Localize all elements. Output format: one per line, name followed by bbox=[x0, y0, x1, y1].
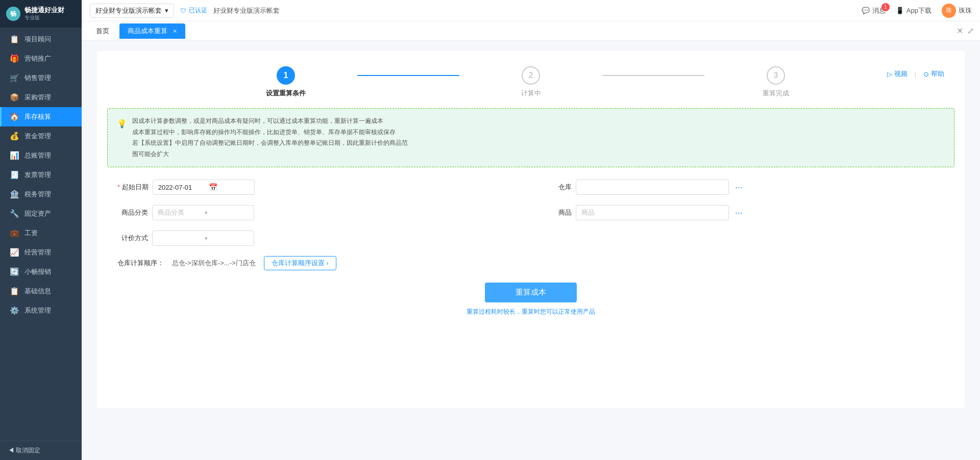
warehouse-input bbox=[576, 180, 729, 195]
product-field: 商品 商品 ··· bbox=[541, 205, 944, 220]
tab-home[interactable]: 首页 bbox=[88, 23, 117, 39]
user-avatar: 珠 bbox=[942, 4, 956, 18]
sidebar-unpin-btn[interactable]: ◀ 取消固定 bbox=[0, 441, 82, 460]
main-area: 好业财专业版演示帐套 ▾ 🛡 已认证 好业财专业版演示帐套 💬 消息 1 📱 A… bbox=[82, 0, 980, 460]
message-badge: 1 bbox=[881, 3, 890, 11]
submit-area: 重算成本 重算过程耗时较长，重算时您可以正常使用产品 bbox=[117, 283, 944, 316]
step-3: 3 重算完成 bbox=[704, 66, 847, 98]
calc-order-row: 仓库计算顺序： 总仓->深圳仓库->...->门店仓 仓库计算顺序设置 › bbox=[117, 256, 944, 270]
step-3-circle: 3 bbox=[767, 66, 785, 85]
sidebar-item-system[interactable]: ⚙️ 系统管理 bbox=[0, 301, 82, 320]
step-3-label: 重算完成 bbox=[763, 89, 789, 98]
message-icon: 💬 bbox=[862, 7, 870, 14]
assets-icon: 🔧 bbox=[10, 209, 19, 218]
sidebar-title-group: 畅捷通好业财 专业版 bbox=[24, 6, 64, 22]
sidebar-item-basic[interactable]: 📋 基础信息 bbox=[0, 282, 82, 301]
sidebar-item-sales[interactable]: 🛒 销售管理 bbox=[0, 68, 82, 88]
step-1-circle: 1 bbox=[277, 66, 295, 85]
sidebar-logo: 畅 bbox=[6, 7, 20, 21]
sidebar-item-finance[interactable]: 💰 资金管理 bbox=[0, 126, 82, 146]
tab-close-btn[interactable]: ✕ bbox=[173, 28, 177, 34]
form-area: 起始日期 2022-07-01 📅 仓库 ··· bbox=[97, 180, 965, 316]
sales-icon: 🛒 bbox=[10, 73, 19, 83]
form-row-3: 计价方式 ▾ bbox=[117, 231, 944, 246]
step-line-1 bbox=[357, 75, 459, 76]
pricing-label: 计价方式 bbox=[117, 234, 148, 243]
marketing-icon: 🎁 bbox=[10, 54, 19, 63]
tabs-bar: 首页 商品成本重算 ✕ ✕ ⤢ bbox=[82, 21, 980, 41]
step-1: 1 设置重算条件 bbox=[214, 66, 357, 98]
sidebar-item-project[interactable]: 📋 项目顾问 bbox=[0, 30, 82, 49]
help-btn[interactable]: ⊙ 帮助 bbox=[923, 69, 944, 79]
sidebar-item-purchase[interactable]: 📦 采购管理 bbox=[0, 88, 82, 107]
tab-recalc[interactable]: 商品成本重算 ✕ bbox=[119, 23, 185, 39]
sidebar-item-label: 税务管理 bbox=[24, 190, 51, 199]
sidebar-item-label: 发票管理 bbox=[24, 170, 51, 180]
calc-order-value: 总仓->深圳仓库->...->门店仓 bbox=[172, 259, 256, 268]
start-date-field: 起始日期 2022-07-01 📅 bbox=[117, 180, 521, 195]
step-2-circle: 2 bbox=[522, 66, 540, 85]
sidebar-item-label: 库存核算 bbox=[24, 112, 51, 121]
category-label: 商品分类 bbox=[117, 208, 148, 217]
invoice-icon: 🧾 bbox=[10, 170, 19, 180]
sidebar-item-expense[interactable]: 🔄 小畅报销 bbox=[0, 262, 82, 282]
sidebar-item-assets[interactable]: 🔧 固定资产 bbox=[0, 204, 82, 223]
form-row-2: 商品分类 商品分类 ▾ 商品 商品 ··· bbox=[117, 205, 944, 220]
topbar: 好业财专业版演示帐套 ▾ 🛡 已认证 好业财专业版演示帐套 💬 消息 1 📱 A… bbox=[82, 0, 980, 21]
pricing-chevron-icon: ▾ bbox=[205, 235, 249, 242]
info-box: 💡 因成本计算参数调整，或是对商品成本有疑问时，可以通过成本重算功能，重新计算一… bbox=[107, 108, 954, 167]
category-field: 商品分类 商品分类 ▾ bbox=[117, 205, 521, 220]
sidebar-item-label: 基础信息 bbox=[24, 287, 51, 296]
shield-icon: 🛡 bbox=[180, 7, 186, 14]
sidebar-item-label: 销售管理 bbox=[24, 73, 51, 83]
sidebar-item-salary[interactable]: 💼 工资 bbox=[0, 223, 82, 243]
sidebar-header: 畅 畅捷通好业财 专业版 bbox=[0, 0, 82, 28]
sidebar-item-inventory[interactable]: 🏠 库存核算 bbox=[0, 107, 82, 126]
form-row-1: 起始日期 2022-07-01 📅 仓库 ··· bbox=[117, 180, 944, 195]
maximize-window-btn[interactable]: ⤢ bbox=[967, 26, 974, 36]
content-area: 1 设置重算条件 2 计算中 3 重算完成 bbox=[82, 41, 980, 460]
warehouse-more-btn[interactable]: ··· bbox=[733, 182, 745, 193]
info-text: 因成本计算参数调整，或是对商品成本有疑问时，可以通过成本重算功能，重新计算一遍成… bbox=[132, 116, 408, 160]
sidebar-item-label: 系统管理 bbox=[24, 306, 51, 315]
sidebar-item-label: 经营管理 bbox=[24, 248, 51, 257]
pricing-select[interactable]: ▾ bbox=[152, 231, 254, 246]
sidebar-item-operations[interactable]: 📈 经营管理 bbox=[0, 243, 82, 262]
stepper: 1 设置重算条件 2 计算中 3 重算完成 bbox=[97, 51, 965, 108]
sidebar: 畅 畅捷通好业财 专业版 📋 项目顾问 🎁 营销推广 🛒 销售管理 📦 采购管理… bbox=[0, 0, 82, 460]
play-icon: ▷ bbox=[887, 70, 892, 78]
phone-icon: 📱 bbox=[896, 7, 904, 14]
app-download-btn[interactable]: 📱 App下载 bbox=[896, 6, 932, 15]
close-window-btn[interactable]: ✕ bbox=[957, 26, 963, 36]
product-more-btn[interactable]: ··· bbox=[733, 208, 745, 218]
account-selector-label: 好业财专业版演示帐套 bbox=[95, 6, 162, 15]
sidebar-item-marketing[interactable]: 🎁 营销推广 bbox=[0, 49, 82, 68]
inventory-icon: 🏠 bbox=[10, 112, 19, 121]
sidebar-item-label: 资金管理 bbox=[24, 132, 51, 141]
sidebar-item-tax[interactable]: 🏦 税务管理 bbox=[0, 185, 82, 204]
sidebar-nav: 📋 项目顾问 🎁 营销推广 🛒 销售管理 📦 采购管理 🏠 库存核算 💰 资金管… bbox=[0, 28, 82, 441]
calc-order-label: 仓库计算顺序： bbox=[117, 259, 164, 268]
warehouse-label: 仓库 bbox=[541, 183, 572, 192]
calc-order-settings-btn[interactable]: 仓库计算顺序设置 › bbox=[264, 256, 336, 270]
start-date-input[interactable]: 2022-07-01 📅 bbox=[153, 180, 255, 195]
sidebar-app-name: 畅捷通好业财 bbox=[24, 6, 64, 15]
category-select[interactable]: 商品分类 ▾ bbox=[152, 205, 254, 220]
message-btn[interactable]: 💬 消息 1 bbox=[862, 6, 886, 15]
step-1-label: 设置重算条件 bbox=[266, 89, 306, 98]
warehouse-field: 仓库 ··· bbox=[541, 180, 944, 195]
recalc-tip: 重算过程耗时较长，重算时您可以正常使用产品 bbox=[467, 308, 595, 316]
sidebar-item-invoice[interactable]: 🧾 发票管理 bbox=[0, 165, 82, 185]
calendar-icon[interactable]: 📅 bbox=[205, 183, 254, 191]
user-menu-btn[interactable]: 珠 珠珠 bbox=[942, 4, 972, 18]
recalc-btn[interactable]: 重算成本 bbox=[485, 283, 577, 302]
sidebar-item-label: 营销推广 bbox=[24, 54, 51, 63]
sidebar-version: 专业版 bbox=[24, 14, 64, 21]
sidebar-item-accounting[interactable]: 📊 总账管理 bbox=[0, 146, 82, 165]
purchase-icon: 📦 bbox=[10, 93, 19, 102]
account-selector[interactable]: 好业财专业版演示帐套 ▾ bbox=[90, 4, 174, 18]
sidebar-item-label: 小畅报销 bbox=[24, 267, 51, 276]
bulb-icon: 💡 bbox=[117, 117, 127, 160]
sidebar-item-label: 固定资产 bbox=[24, 209, 51, 218]
video-help-btn[interactable]: ▷ 视频 bbox=[887, 69, 908, 79]
